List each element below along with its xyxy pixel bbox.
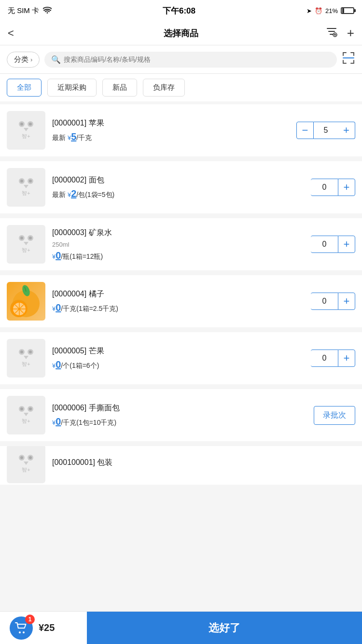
product-info-0000003: [0000003] 矿泉水 250ml ¥0/瓶(1箱=12瓶)	[52, 228, 304, 261]
cart-badge: 1	[25, 615, 35, 624]
owl-logo: 智+	[19, 349, 33, 368]
product-image-0000003: 智+	[7, 225, 45, 264]
owl-logo: 智+	[19, 455, 33, 474]
product-image-0000001: 智+	[7, 111, 45, 150]
search-icon: 🔍	[51, 55, 61, 64]
quantity-control-0000002: +	[311, 179, 355, 196]
product-item-0000006: 智+ [0000006] 手撕面包 ¥0/千克(1包=10千克) 录批次	[0, 389, 362, 441]
battery-icon	[341, 7, 354, 14]
product-info-0000005: [0000005] 芒果 ¥0/个(1箱=6个)	[52, 346, 304, 370]
scan-icon[interactable]	[342, 51, 355, 68]
product-item-0000001: 智+ [0000001] 苹果 最新 ¥5/千克 − +	[0, 104, 362, 156]
svg-rect-1	[328, 31, 335, 32]
filter-icon[interactable]	[326, 27, 337, 40]
nav-bar: < 选择商品 +	[0, 21, 362, 45]
product-item-000100001: 智+ [000100001] 包装	[0, 446, 362, 485]
product-image-0000005: 智+	[7, 339, 45, 378]
back-button[interactable]: <	[4, 23, 18, 43]
product-name: [0000003] 矿泉水	[52, 228, 304, 238]
status-bar: 无 SIM 卡 下午6:08 ➤ ⏰ 21%	[0, 0, 362, 21]
cart-icon[interactable]: 1	[10, 616, 33, 640]
increase-button[interactable]: +	[338, 293, 355, 310]
tab-new[interactable]: 新品	[102, 79, 137, 97]
product-price: ¥0/个(1箱=6个)	[52, 359, 304, 370]
svg-rect-14	[343, 57, 354, 58]
product-info-000100001: [000100001] 包装	[52, 458, 355, 471]
product-price: ¥0/千克(1包=10千克)	[52, 416, 307, 427]
quantity-input[interactable]	[311, 293, 338, 310]
product-name: [0000005] 芒果	[52, 346, 304, 356]
svg-rect-13	[353, 60, 354, 64]
wifi-icon	[43, 7, 52, 15]
chevron-right-icon: ›	[30, 56, 32, 63]
product-image-000100001: 智+	[7, 446, 45, 483]
owl-logo: 智+	[19, 121, 33, 140]
product-info-0000001: [0000001] 苹果 最新 ¥5/千克	[52, 118, 290, 142]
product-info-0000002: [0000002] 面包 最新 ¥2/包(1袋=5包)	[52, 175, 304, 199]
search-input-wrap: 🔍	[44, 52, 337, 68]
product-item-0000002: 智+ [0000002] 面包 最新 ¥2/包(1袋=5包) +	[0, 161, 362, 213]
status-time: 下午6:08	[163, 5, 195, 16]
svg-rect-7	[343, 52, 344, 56]
svg-point-21	[19, 631, 21, 633]
confirm-button[interactable]: 选好了	[87, 612, 362, 644]
product-price: 最新 ¥5/千克	[52, 131, 290, 142]
quantity-control-0000003: +	[311, 236, 355, 253]
product-name: [0000001] 苹果	[52, 118, 290, 128]
product-name: [0000002] 面包	[52, 175, 304, 185]
quantity-control-0000001: − +	[296, 122, 355, 139]
increase-button[interactable]: +	[338, 122, 355, 139]
tab-recent[interactable]: 近期采购	[47, 79, 97, 97]
alarm-icon: ⏰	[315, 7, 322, 14]
increase-button[interactable]: +	[338, 350, 355, 367]
product-price: ¥0/瓶(1箱=12瓶)	[52, 250, 304, 261]
batch-button[interactable]: 录批次	[314, 406, 355, 425]
increase-button[interactable]: +	[338, 179, 355, 196]
svg-rect-11	[343, 60, 344, 64]
svg-point-22	[23, 631, 25, 633]
tab-all[interactable]: 全部	[7, 79, 42, 97]
product-item-0000004: [0000004] 橘子 ¥0/千克(1箱=2.5千克) +	[0, 275, 362, 327]
cart-total: ¥25	[39, 622, 55, 633]
quantity-input[interactable]	[311, 179, 338, 196]
product-image-0000006: 智+	[7, 396, 45, 434]
tab-negative[interactable]: 负库存	[143, 79, 185, 97]
decrease-button[interactable]: −	[296, 122, 314, 139]
svg-rect-9	[353, 52, 354, 56]
search-area: 分类 › 🔍	[0, 45, 362, 74]
owl-logo: 智+	[19, 178, 33, 197]
product-item-0000005: 智+ [0000005] 芒果 ¥0/个(1箱=6个) +	[0, 332, 362, 384]
product-list: 智+ [0000001] 苹果 最新 ¥5/千克 − + 智+ [0000	[0, 104, 362, 524]
status-left: 无 SIM 卡	[8, 6, 52, 15]
category-button[interactable]: 分类 ›	[7, 52, 40, 68]
quantity-control-0000005: +	[311, 350, 355, 367]
product-spec: 250ml	[52, 241, 304, 248]
product-name: [000100001] 包装	[52, 458, 355, 468]
product-info-0000006: [0000006] 手撕面包 ¥0/千克(1包=10千克)	[52, 403, 307, 427]
quantity-input[interactable]	[314, 122, 338, 139]
owl-logo: 智+	[19, 406, 33, 425]
product-price: 最新 ¥2/包(1袋=5包)	[52, 188, 304, 199]
product-image-0000002: 智+	[7, 168, 45, 207]
product-info-0000004: [0000004] 橘子 ¥0/千克(1箱=2.5千克)	[52, 289, 304, 313]
status-right: ➤ ⏰ 21%	[306, 7, 354, 14]
search-input[interactable]	[64, 56, 330, 63]
add-button[interactable]: +	[347, 26, 354, 41]
page-title: 选择商品	[164, 28, 198, 39]
increase-button[interactable]: +	[338, 236, 355, 253]
carrier-label: 无 SIM 卡	[8, 6, 39, 15]
product-name: [0000004] 橘子	[52, 289, 304, 299]
location-icon: ➤	[306, 7, 312, 14]
product-image-0000004	[7, 282, 45, 321]
svg-rect-0	[327, 28, 336, 29]
battery-percent: 21%	[325, 7, 338, 14]
quantity-input[interactable]	[311, 350, 338, 367]
quantity-input[interactable]	[311, 236, 338, 253]
cart-section: 1 ¥25	[0, 616, 87, 640]
product-price: ¥0/千克(1箱=2.5千克)	[52, 302, 304, 313]
product-item-0000003: 智+ [0000003] 矿泉水 250ml ¥0/瓶(1箱=12瓶) +	[0, 218, 362, 270]
filter-tabs: 全部 近期采购 新品 负库存	[0, 74, 362, 104]
bottom-bar: 1 ¥25 选好了	[0, 611, 362, 644]
owl-logo: 智+	[19, 235, 33, 254]
quantity-control-0000004: +	[311, 293, 355, 310]
